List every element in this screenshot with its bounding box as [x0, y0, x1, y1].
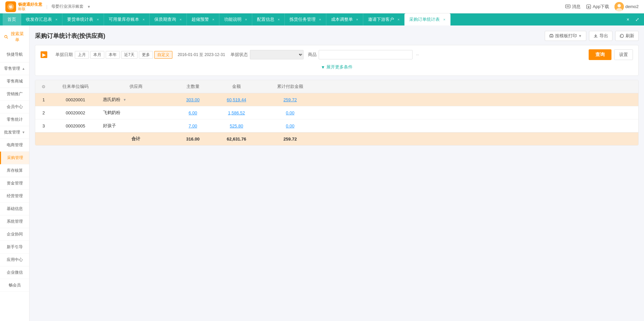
sidebar-item-basic-info[interactable]: 基础信息: [0, 203, 29, 215]
tab-close-collection-summary[interactable]: ×: [55, 17, 57, 21]
table-container: ⚙ 往来单位编码 供应商 主数量 金额 累计付款金额 1 00020001: [35, 80, 639, 146]
tab-close-invite-downstream[interactable]: ×: [397, 17, 399, 21]
tab-home[interactable]: 首页: [3, 13, 21, 25]
expand-more-button[interactable]: ▼ 展开更多条件: [317, 63, 357, 71]
query-button[interactable]: 查询: [589, 49, 611, 60]
tab-close-config-info[interactable]: ×: [278, 17, 280, 21]
maximize-tab-action[interactable]: ⤢: [633, 15, 641, 23]
app-download-button[interactable]: App下载: [586, 4, 609, 10]
user-avatar-button[interactable]: demo2: [614, 2, 639, 11]
sidebar-item-retail-mall[interactable]: 零售商城: [0, 75, 29, 88]
sidebar-item-retail-management[interactable]: 零售管理 ▲: [0, 62, 29, 75]
sidebar-item-finance[interactable]: 资金管理: [0, 177, 29, 190]
cell-amount[interactable]: 1,586.52: [213, 106, 260, 119]
table-row[interactable]: 2 00020002 飞鹤奶粉 6.00 1,586.52 0.00: [35, 106, 638, 119]
tab-close-order-stats[interactable]: ×: [97, 17, 99, 21]
settings-button[interactable]: 设置: [614, 49, 633, 60]
tab-quality-query[interactable]: 保质期查询 ×: [150, 13, 186, 25]
refresh-button[interactable]: 刷新: [615, 31, 639, 41]
filter-date-this-year[interactable]: 本年: [106, 51, 120, 59]
cell-qty[interactable]: 7.00: [173, 119, 213, 132]
tab-close-overstock-warning[interactable]: ×: [212, 17, 214, 21]
col-header-supplier: 供应商: [99, 80, 173, 93]
page-title: 采购订单统计表(按供应商): [35, 32, 105, 40]
cell-amount[interactable]: 525.80: [213, 119, 260, 132]
tab-config-info[interactable]: 配置信息 ×: [252, 13, 285, 25]
tab-collection-summary[interactable]: 收发存汇总表 ×: [21, 13, 62, 25]
sidebar-item-system[interactable]: 系统管理: [0, 215, 29, 228]
sidebar-item-operations[interactable]: 经营管理: [0, 190, 29, 203]
filter-date-7days[interactable]: 近7天: [121, 51, 138, 59]
cell-supplier: 好孩子: [99, 119, 173, 132]
logo-abbr: 标版: [18, 7, 42, 11]
sidebar-item-enterprise[interactable]: 企业协同: [0, 228, 29, 241]
cell-qty[interactable]: 6.00: [173, 106, 213, 119]
quick-nav-button[interactable]: 快捷导航: [2, 50, 27, 59]
sidebar-item-marketing[interactable]: 营销推广: [0, 88, 29, 101]
sidebar-item-retail-stats[interactable]: 零售统计: [0, 113, 29, 126]
filter-expand-icon[interactable]: ▶: [41, 51, 47, 58]
filter-status-label: 单据状态: [230, 52, 248, 58]
close-tab-action[interactable]: ×: [624, 15, 632, 23]
messages-label: 消息: [572, 4, 581, 10]
cell-paid[interactable]: 0.00: [260, 106, 320, 119]
tab-function-desc[interactable]: 功能说明 ×: [219, 13, 252, 25]
cell-amount[interactable]: 60,519.44: [213, 93, 260, 106]
cell-qty[interactable]: 303.00: [173, 93, 213, 106]
tab-close-available-stock[interactable]: ×: [143, 17, 145, 21]
filter-goods-input[interactable]: [319, 50, 413, 59]
supplier-dropdown-icon[interactable]: ▼: [123, 98, 126, 102]
filter-date-more[interactable]: 更多: [139, 51, 153, 59]
filter-date-this-month[interactable]: 本月: [90, 51, 104, 59]
goods-more-icon[interactable]: ···: [416, 53, 419, 57]
col-header-extra: [320, 80, 638, 93]
tab-purchase-order-stats[interactable]: 采购订单统计表 ×: [405, 13, 450, 25]
filter-custom-tag[interactable]: 自定义: [154, 51, 172, 59]
sidebar-item-wholesale[interactable]: 批发管理 ▼: [0, 126, 29, 139]
sidebar-item-vip[interactable]: 畅会员: [0, 279, 29, 292]
print-button[interactable]: 按模板打印 ▼: [545, 31, 586, 41]
cell-paid[interactable]: 259.72: [260, 93, 320, 106]
sidebar-item-inventory[interactable]: 库存核算: [0, 164, 29, 177]
tab-invite-downstream[interactable]: 邀请下游客户 ×: [363, 13, 405, 25]
nav-tabs-actions: × ⤢: [624, 15, 644, 23]
tab-close-quality-query[interactable]: ×: [179, 17, 181, 21]
filter-date-last-month[interactable]: 上月: [75, 51, 89, 59]
tab-close-function-desc[interactable]: ×: [245, 17, 247, 21]
sidebar-item-enterprise-wechat[interactable]: 企业微信: [0, 266, 29, 279]
app-download-label: App下载: [593, 4, 609, 10]
filter-status-select[interactable]: [250, 50, 304, 59]
filter-date-range: 2016-01-01 至 2023-12-31: [178, 52, 225, 58]
tab-order-stats[interactable]: 要货单统计表 ×: [62, 13, 104, 25]
tab-picking-task[interactable]: 拣货任务管理 ×: [285, 13, 326, 25]
sidebar-item-app-center[interactable]: 应用中心: [0, 254, 29, 266]
sidebar-item-members[interactable]: 会员中心: [0, 101, 29, 113]
tab-close-purchase-order-stats[interactable]: ×: [443, 17, 445, 21]
export-button[interactable]: 导出: [589, 31, 612, 41]
table-row[interactable]: 3 00020005 好孩子 7.00 525.80 0.00: [35, 119, 638, 132]
tab-available-stock[interactable]: 可用量库存账本 ×: [104, 13, 150, 25]
cell-no: 3: [35, 119, 52, 132]
cell-no: 2: [35, 106, 52, 119]
tab-close-cost-adjust[interactable]: ×: [356, 17, 358, 21]
filter-goods-item: 商品 ···: [308, 50, 419, 59]
sidebar-item-new-guide[interactable]: 新手引导: [0, 241, 29, 254]
tab-close-picking-task[interactable]: ×: [319, 17, 321, 21]
footer-extra: [320, 132, 638, 146]
col-header-amount: 金额: [213, 80, 260, 93]
table-settings-icon[interactable]: ⚙: [42, 84, 46, 89]
table-row[interactable]: 1 00020001 惠氏奶粉 ▼ 303.00 60,519.44 259.7…: [35, 93, 638, 106]
col-header-paid: 累计付款金额: [260, 80, 320, 93]
filter-goods-label: 商品: [308, 52, 317, 58]
search-menu-button[interactable]: 搜索菜单: [2, 29, 27, 45]
svg-point-5: [618, 4, 621, 7]
tab-overstock-warning[interactable]: 超储预警 ×: [187, 13, 219, 25]
messages-button[interactable]: 消息: [565, 4, 581, 10]
cell-paid[interactable]: 0.00: [260, 119, 320, 132]
avatar: [614, 2, 624, 11]
sidebar-item-purchase[interactable]: 采购管理: [0, 152, 29, 164]
tab-cost-adjust[interactable]: 成本调整单 ×: [326, 13, 363, 25]
sidebar-item-ecommerce[interactable]: 电商管理: [0, 139, 29, 152]
retail-management-arrow: ▲: [22, 67, 25, 70]
svg-point-7: [5, 36, 7, 38]
